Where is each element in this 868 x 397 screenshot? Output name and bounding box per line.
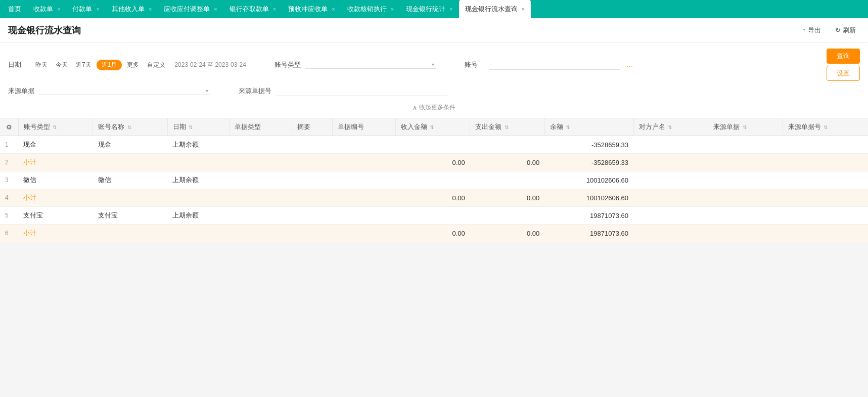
cell-date xyxy=(167,189,230,207)
cell-source-doc-no xyxy=(783,225,868,242)
account-type-filter-group: 账号类型 ▾ xyxy=(275,60,436,69)
cell-account-name xyxy=(93,189,168,207)
cell-balance: -3528659.33 xyxy=(544,154,633,171)
cell-doc-no xyxy=(333,225,395,242)
cell-summary xyxy=(292,136,333,154)
main-table: ⚙ 账号类型 ⇅ 账号名称 ⇅ 日期 ⇅ 单据类型 摘要 xyxy=(0,118,868,242)
table-row[interactable]: 4小计0.000.00100102606.60 xyxy=(0,189,868,207)
nav-tab-8[interactable]: 现金银行流水查询 × xyxy=(459,0,531,18)
cell-source-doc xyxy=(708,189,783,207)
th-account-name[interactable]: 账号名称 ⇅ xyxy=(93,118,168,136)
source-doc-select[interactable]: ▾ xyxy=(38,87,210,95)
close-icon[interactable]: × xyxy=(522,0,525,18)
cell-summary xyxy=(292,154,333,171)
date-btn-1month[interactable]: 近1月 xyxy=(97,60,122,70)
th-settings[interactable]: ⚙ xyxy=(0,118,18,136)
cell-source-doc xyxy=(708,225,783,242)
cell-balance: 100102606.60 xyxy=(544,171,633,189)
date-btn-custom[interactable]: 自定义 xyxy=(144,60,168,70)
source-doc-label: 来源单据 xyxy=(8,86,34,96)
chevron-down-icon: ▾ xyxy=(432,62,434,67)
cell-counterparty xyxy=(633,171,708,189)
cell-doc-type xyxy=(230,189,292,207)
sort-icon: ⇅ xyxy=(430,124,434,130)
cell-balance: 19871073.60 xyxy=(544,207,633,225)
close-icon[interactable]: × xyxy=(149,0,152,18)
th-date[interactable]: 日期 ⇅ xyxy=(167,118,230,136)
source-doc-no-label: 来源单据号 xyxy=(239,86,271,96)
nav-tab-4[interactable]: 银行存取款单 × xyxy=(223,0,282,18)
close-icon[interactable]: × xyxy=(391,0,394,18)
cell-doc-no xyxy=(333,154,395,171)
sort-icon: ⇅ xyxy=(566,124,570,130)
date-btn-today[interactable]: 今天 xyxy=(53,60,71,70)
th-source-doc-no[interactable]: 来源单据号 ⇅ xyxy=(783,118,868,136)
cell-source-doc xyxy=(708,136,783,154)
nav-tab-0[interactable]: 收款单 × xyxy=(27,0,66,18)
cell-account-name: 现金 xyxy=(93,136,168,154)
cell-doc-type xyxy=(230,154,292,171)
nav-home[interactable]: 首页 xyxy=(2,0,27,18)
gear-icon: ⚙ xyxy=(6,123,12,131)
nav-tab-1[interactable]: 付款单 × xyxy=(66,0,105,18)
cell-num: 6 xyxy=(0,225,18,242)
sort-icon: ⇅ xyxy=(189,124,193,130)
nav-tab-6[interactable]: 收款核销执行 × xyxy=(341,0,400,18)
cell-balance: 19871073.60 xyxy=(544,225,633,242)
query-button[interactable]: 查询 xyxy=(827,49,860,64)
source-doc-filter-group: 来源单据 ▾ xyxy=(8,86,210,96)
nav-tab-2[interactable]: 其他收入单 × xyxy=(106,0,158,18)
cell-account-type: 微信 xyxy=(18,171,93,189)
th-doc-type[interactable]: 单据类型 xyxy=(230,118,292,136)
date-btn-more[interactable]: 更多 xyxy=(124,60,142,70)
nav-tab-7[interactable]: 现金银行统计 × xyxy=(400,0,459,18)
cell-doc-no xyxy=(333,189,395,207)
cell-expense xyxy=(470,136,545,154)
cell-date: 上期余额 xyxy=(167,136,230,154)
nav-tab-5[interactable]: 预收冲应收单 × xyxy=(282,0,341,18)
source-doc-no-input[interactable] xyxy=(276,86,447,96)
close-icon[interactable]: × xyxy=(449,0,452,18)
close-icon[interactable]: × xyxy=(214,0,217,18)
cell-num: 5 xyxy=(0,207,18,225)
close-icon[interactable]: × xyxy=(57,0,60,18)
date-btn-7days[interactable]: 近7天 xyxy=(73,60,95,70)
table-row[interactable]: 5支付宝支付宝上期余额19871073.60 xyxy=(0,207,868,225)
table-row[interactable]: 2小计0.000.00-3528659.33 xyxy=(0,154,868,171)
refresh-button[interactable]: ↻ 刷新 xyxy=(831,24,860,37)
close-icon[interactable]: × xyxy=(273,0,276,18)
table-container: ⚙ 账号类型 ⇅ 账号名称 ⇅ 日期 ⇅ 单据类型 摘要 xyxy=(0,118,868,242)
source-doc-no-filter-group: 来源单据号 xyxy=(239,86,447,96)
account-input[interactable] xyxy=(489,60,620,70)
close-icon[interactable]: × xyxy=(96,0,99,18)
table-row[interactable]: 3微信微信上期余额100102606.60 xyxy=(0,171,868,189)
cell-num: 3 xyxy=(0,171,18,189)
export-button[interactable]: ↑ 导出 xyxy=(799,24,826,37)
th-account-type[interactable]: 账号类型 ⇅ xyxy=(18,118,93,136)
cell-expense: 0.00 xyxy=(470,154,545,171)
cell-expense xyxy=(470,171,545,189)
th-source-doc[interactable]: 来源单据 ⇅ xyxy=(708,118,783,136)
header-actions: ↑ 导出 ↻ 刷新 xyxy=(799,24,860,37)
th-summary[interactable]: 摘要 xyxy=(292,118,333,136)
th-expense[interactable]: 支出金额 ⇅ xyxy=(470,118,545,136)
refresh-icon: ↻ xyxy=(835,26,841,34)
account-dots-button[interactable]: ... xyxy=(624,60,635,69)
date-btn-yesterday[interactable]: 昨天 xyxy=(32,60,51,70)
nav-tab-3[interactable]: 应收应付调整单 × xyxy=(158,0,223,18)
th-counterparty[interactable]: 对方户名 ⇅ xyxy=(633,118,708,136)
th-income[interactable]: 收入金额 ⇅ xyxy=(395,118,470,136)
collapse-bar[interactable]: ∧ 收起更多条件 xyxy=(8,101,860,114)
top-nav: 首页 收款单 × 付款单 × 其他收入单 × 应收应付调整单 × 银行存取款单 … xyxy=(0,0,868,18)
cell-income xyxy=(395,136,470,154)
cell-expense: 0.00 xyxy=(470,189,545,207)
th-balance[interactable]: 余额 ⇅ xyxy=(544,118,633,136)
cell-summary xyxy=(292,171,333,189)
th-doc-no[interactable]: 单据编号 xyxy=(333,118,395,136)
account-type-select[interactable]: ▾ xyxy=(305,61,436,69)
table-row[interactable]: 6小计0.000.0019871073.60 xyxy=(0,225,868,242)
cell-source-doc-no xyxy=(783,171,868,189)
table-row[interactable]: 1现金现金上期余额-3528659.33 xyxy=(0,136,868,154)
settings-button[interactable]: 设置 xyxy=(827,66,860,81)
close-icon[interactable]: × xyxy=(332,0,335,18)
